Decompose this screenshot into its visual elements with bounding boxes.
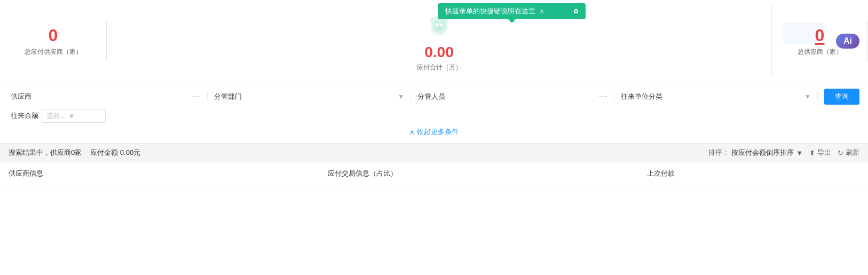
collapse-label: 收起更多条件 [417,127,459,137]
col-supplier-label: 供应商信息 [9,169,43,177]
results-summary: 搜索结果中，供应商0家 应付金额 0.00元 [9,148,140,158]
query-button[interactable]: 查询 [824,89,859,105]
svg-point-3 [433,20,445,33]
balance-label: 往来余额 [11,111,38,121]
filter-row-1: 供应商 ··· 分管部门 ▼ 分管人员 ··· 往来单位分类 ▼ 查询 [9,89,859,105]
person-dots-button[interactable]: ··· [599,92,607,101]
table-col-last-payment: 上次付款 [647,169,860,178]
svg-point-5 [440,23,443,26]
sort-button[interactable]: 排序： 按应付会额倒序排序 ▼ [708,148,803,158]
supplier-label: 供应商 [11,92,31,101]
payable-suppliers-label: 总应付供应商（家） [25,48,82,57]
tooltip-close-button[interactable]: × [540,7,544,15]
filter-dept: 分管部门 ▼ [208,92,411,101]
col-last-payment-label: 上次付款 [647,169,675,177]
svg-point-6 [437,27,441,29]
col-transaction-label: 应付交易信息（占比） [328,169,397,177]
payable-suppliers-number: 0 [49,25,58,45]
unit-class-input[interactable] [666,93,801,101]
dept-dropdown-icon[interactable]: ▼ [398,93,404,100]
shortcut-tooltip: 快速录单的快捷键说明在这里 × [438,3,586,19]
sort-dropdown-icon: ▼ [796,149,803,157]
table-header: 供应商信息 应付交易信息（占比） 上次付款 [0,162,868,185]
unit-class-label: 往来单位分类 [621,92,662,101]
filter-supplier: 供应商 ··· [9,92,208,101]
filter-balance: 往来余额 选择... ▼ [9,109,108,123]
results-amount: 应付金额 0.00元 [90,148,140,158]
table-col-transaction-info: 应付交易信息（占比） [328,169,647,178]
refresh-icon: ↻ [838,149,843,157]
payable-total-label: 应付合计（万） [417,63,462,72]
person-label: 分管人员 [417,92,445,101]
refresh-button[interactable]: ↻ 刷新 [838,148,859,158]
table-body [0,185,868,275]
collapse-arrow-icon: ∧ [409,128,415,136]
filter-person: 分管人员 ··· [411,92,614,101]
results-actions: 排序： 按应付会额倒序排序 ▼ ⬆ 导出 ↻ 刷新 [708,148,859,158]
dept-input[interactable] [245,93,394,101]
total-suppliers-label: 总供应商（家） [798,48,842,57]
results-bar: 搜索结果中，供应商0家 应付金额 0.00元 排序： 按应付会额倒序排序 ▼ ⬆… [0,144,868,162]
balance-select[interactable]: 选择... ▼ [42,109,106,123]
tooltip-line [548,11,570,12]
balance-placeholder: 选择... [46,111,66,121]
export-button[interactable]: ⬆ 导出 [809,148,831,158]
balance-dropdown-icon: ▼ [68,112,75,120]
filter-row-2: 往来余额 选择... ▼ [9,109,859,123]
refresh-label: 刷新 [846,148,859,158]
dept-label: 分管部门 [214,92,242,101]
collapse-conditions-button[interactable]: ∧ 收起更多条件 [409,127,459,137]
total-suppliers-number: 0 [815,25,825,45]
summary-payable-suppliers: 0 总应付供应商（家） [0,21,107,61]
tooltip-text: 快速录单的快捷键说明在这里 [445,6,535,16]
results-count: 搜索结果中，供应商0家 [9,148,82,158]
unit-class-dropdown-icon[interactable]: ▼ [804,93,811,100]
supplier-dots-button[interactable]: ··· [192,92,201,101]
ai-badge[interactable]: Ai [836,34,859,49]
svg-point-4 [436,23,438,26]
summary-bar: 0 总应付供应商（家） 0.00 应付合计（万） 0 总供应商（家 [0,0,868,82]
table-col-supplier-info: 供应商信息 [9,169,328,178]
filter-unit-class: 往来单位分类 ▼ [614,92,818,101]
payable-total-number: 0.00 [424,44,454,61]
sort-value: 按应付会额倒序排序 [731,148,794,158]
sort-label: 排序： [708,148,729,158]
tooltip-dot [574,9,578,13]
supplier-input[interactable] [35,93,189,101]
export-icon: ⬆ [809,149,815,157]
filter-section: 供应商 ··· 分管部门 ▼ 分管人员 ··· 往来单位分类 ▼ 查询 往来余额 [0,82,868,144]
person-input[interactable] [448,93,596,101]
export-label: 导出 [817,148,831,158]
